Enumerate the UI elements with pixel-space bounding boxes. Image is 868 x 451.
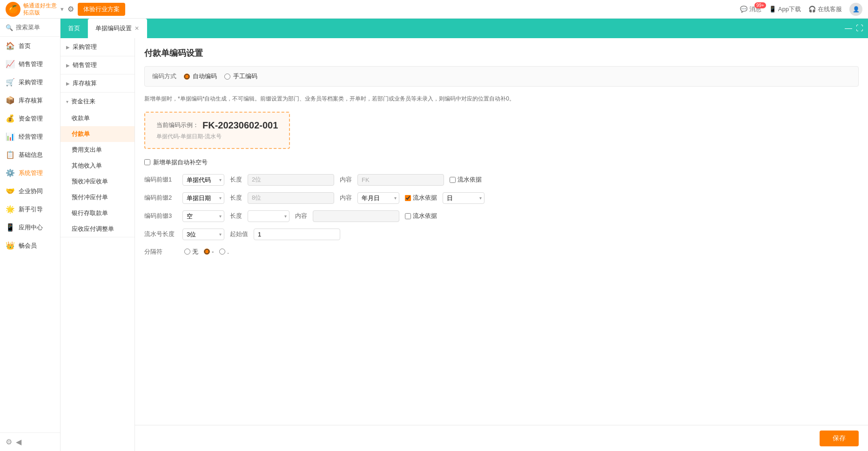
top-bar-left: 🍊 畅通道好生意 拓店版 ▾ ⚙ 体验行业方案	[6, 2, 125, 17]
tab-minimize-icon[interactable]: —	[845, 24, 852, 33]
submenu-item-receipt[interactable]: 收款单	[61, 110, 135, 126]
prefix3-select-wrapper[interactable]: 空	[182, 210, 224, 222]
top-bar: 🍊 畅通道好生意 拓店版 ▾ ⚙ 体验行业方案 💬 消息 99+ 📱 App下载…	[0, 0, 868, 19]
sidebar-item-home[interactable]: 🏠 首页	[0, 37, 60, 55]
purchase-icon: 🛒	[6, 78, 15, 87]
prefix1-select-wrapper[interactable]: 单据代码	[182, 174, 224, 186]
content2-select-wrapper[interactable]: 年月日	[357, 192, 399, 204]
tab-home[interactable]: 首页	[61, 19, 88, 38]
length2-label: 长度	[230, 194, 242, 202]
submenu-item-other-income[interactable]: 其他收入单	[61, 158, 135, 174]
tab-bar-actions: — ⛶	[845, 24, 868, 33]
industry-btn[interactable]: 体验行业方案	[78, 3, 125, 16]
sidebar-item-members[interactable]: 👑 畅会员	[0, 236, 60, 255]
sidebar-item-system[interactable]: ⚙️ 系统管理	[0, 164, 60, 182]
message-area[interactable]: 💬 消息 99+	[740, 5, 761, 13]
stream-period-select[interactable]: 日 月 年	[443, 192, 484, 204]
stream1-checkbox[interactable]	[450, 177, 456, 183]
inventory-icon: 📦	[6, 96, 15, 105]
separator-dash[interactable]: -	[204, 248, 214, 255]
message-badge: 99+	[754, 2, 766, 8]
tab-expand-icon[interactable]: ⛶	[856, 24, 863, 33]
serial-length-select[interactable]: 3位 4位 5位	[182, 229, 224, 240]
prefix-row-3: 编码前缀3 空 长度 内容	[144, 210, 859, 222]
submenu-item-ar-ap-adjust[interactable]: 应收应付调整单	[61, 221, 135, 237]
prefix2-label: 编码前缀2	[144, 194, 177, 202]
sidebar-item-label: 新手引导	[19, 205, 43, 214]
separator-dot[interactable]: .	[219, 248, 229, 255]
prefix2-select-wrapper[interactable]: 单据日期	[182, 192, 224, 204]
submenu-item-expense[interactable]: 费用支出单	[61, 142, 135, 158]
sidebar-item-sales[interactable]: 📈 销售管理	[0, 55, 60, 73]
prefix2-select[interactable]: 单据日期	[182, 192, 224, 204]
auto-fill-checkbox[interactable]	[144, 159, 150, 165]
submenu-item-payment[interactable]: 付款单	[61, 126, 135, 142]
tab-encoding-settings[interactable]: 单据编码设置 ✕	[88, 19, 147, 38]
message-icon: 💬	[740, 6, 747, 13]
separator-none[interactable]: 无	[184, 248, 198, 256]
content3-input	[313, 210, 399, 222]
sidebar-item-label: 资金管理	[19, 114, 43, 123]
content2-select[interactable]: 年月日	[357, 192, 399, 204]
save-button[interactable]: 保存	[820, 431, 859, 446]
sidebar-item-purchase[interactable]: 🛒 采购管理	[0, 73, 60, 91]
tab-home-label: 首页	[68, 24, 80, 33]
online-service[interactable]: 🎧 在线客服	[808, 5, 842, 13]
search-icon: 🔍	[6, 24, 13, 31]
sidebar-collapse-icon[interactable]: ◀	[16, 438, 21, 446]
stream-period-select-wrapper[interactable]: 日 月 年	[443, 192, 484, 204]
finance-icon: 💰	[6, 114, 15, 123]
tab-close-icon[interactable]: ✕	[135, 25, 139, 32]
sidebar-item-enterprise[interactable]: 🤝 企业协同	[0, 182, 60, 200]
length3-select[interactable]	[248, 210, 289, 222]
stream2-checkbox[interactable]	[405, 195, 411, 201]
sidebar-item-label: 畅会员	[19, 242, 37, 250]
manual-encode-option[interactable]: 手工编码	[224, 72, 257, 81]
submenu-group-sales-title[interactable]: ▶ 销售管理	[61, 56, 135, 74]
apps-icon: 📱	[6, 223, 15, 232]
submenu-group-inventory-title[interactable]: ▶ 库存核算	[61, 74, 135, 92]
submenu-group-purchase-title[interactable]: ▶ 采购管理	[61, 38, 135, 56]
settings-icon[interactable]: ⚙	[67, 5, 74, 13]
dropdown-arrow[interactable]: ▾	[61, 6, 64, 13]
auto-encode-option[interactable]: 自动编码	[184, 72, 217, 81]
submenu-item-prepay-recv[interactable]: 预收冲应收单	[61, 174, 135, 189]
serial-length-select-wrapper[interactable]: 3位 4位 5位	[182, 229, 224, 240]
length3-select-wrapper[interactable]	[248, 210, 289, 222]
stream3-checkbox-group: 流水依据	[405, 212, 437, 220]
length1-input	[248, 174, 334, 186]
info-text: 新增单据时，*单据编码*自动生成，不可编辑。前缀设置为部门、业务员等档案类，开单…	[144, 94, 859, 104]
sidebar-item-apps[interactable]: 📱 应用中心	[0, 218, 60, 236]
sidebar: 🔍 搜索菜单 🏠 首页 📈 销售管理 🛒 采购管理 📦 库存核算 💰 资金管理 …	[0, 19, 61, 451]
sidebar-settings-icon[interactable]: ⚙	[6, 438, 12, 446]
sidebar-item-label: 经营管理	[19, 133, 43, 141]
sidebar-item-basic-info[interactable]: 📋 基础信息	[0, 146, 60, 164]
bottom-bar: 保存	[135, 425, 868, 451]
submenu-group-capital: ▾ 资金往来 收款单 付款单 费用支出单 其他收入单 预收冲应收单 预付冲应付单…	[61, 93, 135, 237]
enterprise-icon: 🤝	[6, 187, 15, 195]
sidebar-item-inventory[interactable]: 📦 库存核算	[0, 91, 60, 109]
sidebar-item-label: 采购管理	[19, 78, 43, 87]
app-download[interactable]: 📱 App下载	[769, 5, 801, 13]
submenu-group-purchase: ▶ 采购管理	[61, 38, 135, 56]
separator-dash-radio[interactable]	[204, 249, 210, 255]
user-avatar[interactable]: 👤	[849, 3, 862, 16]
separator-dot-radio[interactable]	[219, 249, 225, 255]
start-value-input[interactable]	[254, 229, 340, 240]
prefix1-select[interactable]: 单据代码	[182, 174, 224, 186]
submenu-item-bank[interactable]: 银行存取款单	[61, 205, 135, 221]
submenu-item-prepay-pay[interactable]: 预付冲应付单	[61, 189, 135, 205]
auto-encode-radio[interactable]	[184, 74, 190, 80]
sidebar-search[interactable]: 🔍 搜索菜单	[0, 19, 60, 37]
stream3-checkbox[interactable]	[405, 213, 411, 219]
manual-encode-radio[interactable]	[224, 74, 230, 80]
sidebar-item-finance[interactable]: 💰 资金管理	[0, 109, 60, 128]
submenu-group-capital-title[interactable]: ▾ 资金往来	[61, 93, 135, 110]
guide-icon: 🌟	[6, 205, 15, 214]
code-example-label: 当前编码示例：	[156, 121, 199, 129]
separator-none-radio[interactable]	[184, 249, 190, 255]
submenu-group-inventory: ▶ 库存核算	[61, 74, 135, 93]
prefix3-select[interactable]: 空	[182, 210, 224, 222]
sidebar-item-guide[interactable]: 🌟 新手引导	[0, 200, 60, 218]
sidebar-item-operations[interactable]: 📊 经营管理	[0, 128, 60, 146]
